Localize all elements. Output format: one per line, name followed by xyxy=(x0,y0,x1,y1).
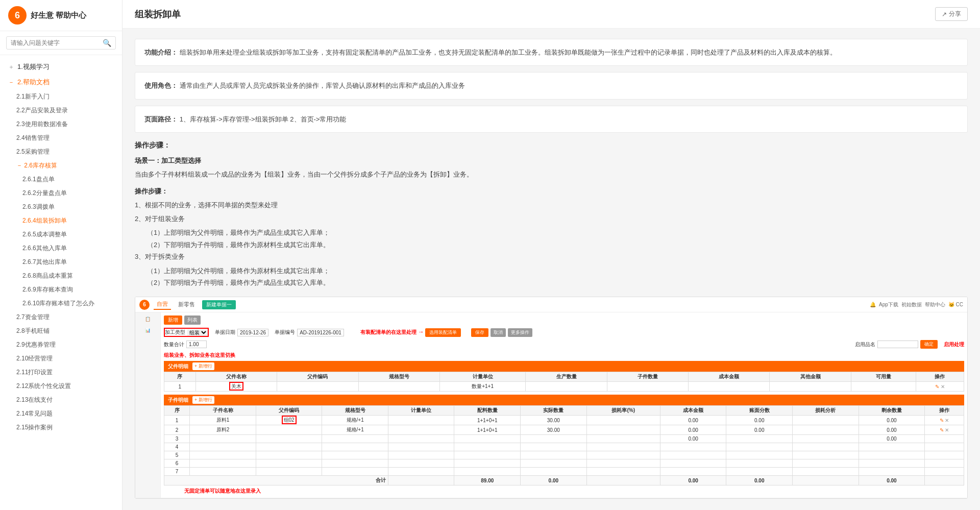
collapse-icon: － xyxy=(8,78,14,87)
sidebar-item-install[interactable]: 2.2产品安装及登录 xyxy=(0,104,122,117)
step2-sub: （1）上部明细为父件明细，最终作为产成品生成其它入库单； （2）下部明细为子件明… xyxy=(135,227,968,251)
sim-form-row2: 数量合计 1.00 启用品名 确定 启用处理 xyxy=(164,340,964,349)
sidebar-item-inventory[interactable]: － 2.6库存核算 xyxy=(0,159,122,173)
search-input[interactable] xyxy=(11,39,103,46)
sim-nav-item: 📋 xyxy=(137,314,158,324)
child-code-cell: 组02 xyxy=(282,416,297,424)
sim-type-label: 加工类型 xyxy=(165,329,185,336)
sidebar-item-operation[interactable]: 2.10经营管理 xyxy=(0,352,122,366)
sidebar-item-stocktake[interactable]: 2.6.1盘点单 xyxy=(0,173,122,186)
scene1-desc: 当由多个子件材料组装成一个成品的业务为【组装】业务，当由一个父件拆分成多个子产品… xyxy=(135,168,968,180)
sim-doc-tabs: 新增 列表 xyxy=(164,315,964,325)
sidebar-item-faq[interactable]: 2.14常见问题 xyxy=(0,407,122,421)
sidebar-item-data-prep[interactable]: 2.3使用前数据准备 xyxy=(0,117,122,131)
step2: 2、对于组装业务 xyxy=(135,213,968,225)
ops-heading: 操作步骤： xyxy=(135,141,968,150)
sim-date-field: 单据日期 2019-12-26 xyxy=(215,329,268,336)
step3: 3、对于拆类业务 xyxy=(135,251,968,262)
annotation-apply: 启用处理 xyxy=(944,341,964,348)
edit-icon-2[interactable]: ✎ xyxy=(940,418,944,423)
annotation-type-switch: 组装业务、拆卸业务在这里切换 xyxy=(164,352,964,359)
sim-type-select[interactable]: 组装 拆卸 xyxy=(187,329,208,336)
sim-save-area: 保存 取消 更多操作 xyxy=(471,328,532,337)
sidebar-item-purchase[interactable]: 2.5采购管理 xyxy=(0,145,122,159)
arrow-right: → xyxy=(418,328,424,335)
sidebar-item-other-in[interactable]: 2.6.6其他入库单 xyxy=(0,241,122,255)
sim-qty-field: 数量合计 1.00 xyxy=(164,341,207,348)
table-row: 4 xyxy=(164,443,964,451)
path-block: 页面路径： 1、库存核算->库存管理->组装拆卸单 2、首页->常用功能 xyxy=(135,106,968,133)
search-box[interactable]: 🔍 xyxy=(6,36,116,50)
sim-menu-new: 新零售 xyxy=(175,300,198,309)
intro-block: 功能介绍： 组装拆卸单用来处理企业组装或拆卸等加工业务，支持有固定装配清单的产品… xyxy=(135,39,968,66)
sim-apply-input[interactable] xyxy=(877,341,918,348)
sidebar-item-sales[interactable]: 2.4销售管理 xyxy=(0,131,122,145)
sim-child-label: 子件明细 xyxy=(168,397,188,404)
step1: 1、根据不同的业务，选择不同单据的类型来处理 xyxy=(135,199,968,211)
sidebar-item-cost-adjust[interactable]: 2.6.5成本调整单 xyxy=(0,228,122,241)
sim-add-parent-btn[interactable]: + 新增行 xyxy=(192,362,214,370)
sim-left-nav: 📋 📊 xyxy=(135,312,161,498)
sidebar-item-print[interactable]: 2.11打印设置 xyxy=(0,366,122,379)
sim-parent-table-wrap: 序 父件名称 父件编码 规格型号 计量单位 生产数量 子件数量 成本金额 其他金 xyxy=(164,372,964,392)
parent-name-cell: 关木 xyxy=(229,382,243,391)
sidebar-item-assembly[interactable]: 2.6.4组装拆卸单 xyxy=(0,214,122,228)
sidebar-item-coupon[interactable]: 2.9优惠券管理 xyxy=(0,338,122,352)
step3-2: （2）下部明细为子件明细，最终作为产成品生成其它入库单。 xyxy=(147,277,968,288)
sidebar-item-cost-recalc[interactable]: 2.6.8商品成本重算 xyxy=(0,269,122,283)
sim-more-btn: 更多操作 xyxy=(508,328,532,337)
table-row: 7 xyxy=(164,468,964,476)
sim-doc-content: 新增 列表 加工类型 组装 拆卸 xyxy=(161,312,967,498)
sim-new-doc-btn: 新建单据一 xyxy=(202,300,236,309)
nav-tree: ＋ 1.视频学习 － 2.帮助文档 2.1新手入门 2.2产品安装及登录 2.3… xyxy=(0,55,122,510)
path-label: 页面路径： xyxy=(144,115,178,123)
sidebar-item-payment[interactable]: 2.13在线支付 xyxy=(0,393,122,407)
sidebar-item-stock-error[interactable]: 2.6.10库存账本错了怎么办 xyxy=(0,297,122,310)
delete-icon-2[interactable]: ✕ xyxy=(945,418,949,423)
sim-doc-area: 📋 📊 新增 列表 加工类型 xyxy=(135,312,967,498)
sidebar-item-personalize[interactable]: 2.12系统个性化设置 xyxy=(0,379,122,393)
sidebar-item-transfer[interactable]: 2.6.3调拨单 xyxy=(0,200,122,214)
sim-save-btn: 保存 xyxy=(471,328,488,337)
sim-type-field: 加工类型 组装 拆卸 xyxy=(164,328,209,337)
share-button[interactable]: ↗ 分享 xyxy=(935,7,968,21)
sim-parent-table: 序 父件名称 父件编码 规格型号 计量单位 生产数量 子件数量 成本金额 其他金 xyxy=(164,372,964,392)
sidebar-item-finance[interactable]: 2.7资金管理 xyxy=(0,310,122,324)
sim-bom-btn: 选用装配清单 xyxy=(425,328,461,337)
sim-logo: 6 xyxy=(139,300,150,310)
sim-child-table: 序 子件名称 父件编码 规格型号 计量单位 配料数量 实际数量 损耗率(%) 成 xyxy=(164,405,964,485)
sim-docno-field: 单据编号 AD-20191226-001 xyxy=(275,329,344,336)
sidebar-item-cases[interactable]: 2.15操作案例 xyxy=(0,421,122,434)
sidebar-item-label: 2.帮助文档 xyxy=(17,78,50,87)
sim-qty-label: 数量合计 xyxy=(164,341,184,348)
sim-cancel-btn: 取消 xyxy=(491,328,506,337)
sidebar: 6 好生意 帮助中心 🔍 ＋ 1.视频学习 － 2.帮助文档 2.1新手入门 2… xyxy=(0,0,122,510)
step3-1: （1）上部明细为父件明细，最终作为原材料生成其它出库单； xyxy=(147,265,968,277)
sim-menu-home: 自营 xyxy=(154,299,171,310)
edit-icon[interactable]: ✎ xyxy=(935,384,939,390)
sidebar-item-other-out[interactable]: 2.6.7其他出库单 xyxy=(0,255,122,269)
delete-icon-3[interactable]: ✕ xyxy=(945,427,949,433)
table-row: 6 xyxy=(164,459,964,468)
sidebar-item-partial-stocktake[interactable]: 2.6.2分量盘点单 xyxy=(0,186,122,200)
sim-add-child-btn[interactable]: + 新增行 xyxy=(192,396,214,404)
delete-icon[interactable]: ✕ xyxy=(941,384,945,390)
step2-1: （1）上部明细为父件明细，最终作为产成品生成其它入库单； xyxy=(147,227,968,238)
sidebar-item-video[interactable]: ＋ 1.视频学习 xyxy=(0,59,122,75)
table-row: 1 关木 数量+1+1 xyxy=(164,382,964,392)
sim-icons: 🔔 App下载 初始数据 帮助中心 🐱 CC xyxy=(870,301,963,308)
edit-icon-3[interactable]: ✎ xyxy=(940,427,944,433)
sidebar-item-beginner[interactable]: 2.1新手入门 xyxy=(0,90,122,104)
table-footer: 合计 89.00 0.00 0.00 0.00 0.00 xyxy=(164,476,964,485)
annotation-no-bom: 无固定清单可以随意地在这里录入 xyxy=(164,488,964,495)
sim-docno-value: AD-20191226-001 xyxy=(297,329,344,336)
sim-confirm-btn[interactable]: 确定 xyxy=(920,340,938,349)
sim-child-table-wrap: 序 子件名称 父件编码 规格型号 计量单位 配料数量 实际数量 损耗率(%) 成 xyxy=(164,405,964,485)
search-icon[interactable]: 🔍 xyxy=(103,39,111,47)
sidebar-item-mobile[interactable]: 2.8手机旺铺 xyxy=(0,324,122,338)
sidebar-item-stock-ledger[interactable]: 2.6.9库存账本查询 xyxy=(0,283,122,297)
table-row: 3 0.000.00 xyxy=(164,435,964,443)
sidebar-item-label: 1.视频学习 xyxy=(17,62,50,71)
sidebar-item-docs[interactable]: － 2.帮助文档 xyxy=(0,75,122,90)
main-area: 组装拆卸单 ↗ 分享 功能介绍： 组装拆卸单用来处理企业组装或拆卸等加工业务，支… xyxy=(122,0,980,510)
